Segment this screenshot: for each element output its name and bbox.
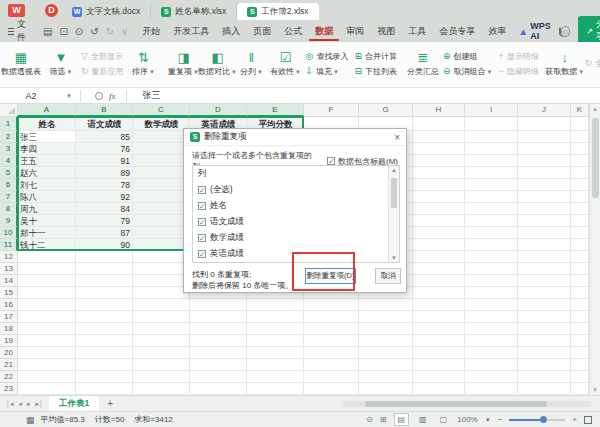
doc-tab-3-active[interactable]: S 工作簿2.xlsx <box>237 3 318 20</box>
zoom-slider[interactable] <box>509 419 565 421</box>
first-sheet-icon[interactable]: ⏐◂ <box>6 400 13 408</box>
row-header-6[interactable]: 6 <box>0 179 18 191</box>
undo-icon[interactable]: ↺ <box>90 26 98 37</box>
menu-item-6[interactable]: 数据 <box>309 22 339 41</box>
ribbon-button-sort[interactable]: ⇅排序▼ <box>127 50 161 78</box>
redo-icon[interactable]: ↻ <box>106 26 114 37</box>
row-header-14[interactable]: 14 <box>0 275 18 287</box>
row-header-16[interactable]: 16 <box>0 299 18 311</box>
cell-B11[interactable]: 90 <box>76 239 133 251</box>
formula-content[interactable]: 张三 <box>143 89 161 102</box>
row-header-13[interactable]: 13 <box>0 263 18 275</box>
cell-B4[interactable]: 91 <box>76 155 133 167</box>
row-header-22[interactable]: 22 <box>0 371 18 383</box>
doc-tab-1[interactable]: W 文字文稿.docx <box>62 3 151 20</box>
ribbon-button-get-data[interactable]: ↓获取数据▼ <box>548 50 582 78</box>
row-header-20[interactable]: 20 <box>0 347 18 359</box>
column-list-item-1[interactable]: ✓(全选) <box>193 182 399 198</box>
column-header-A[interactable]: A <box>18 104 76 117</box>
checkbox-checked-icon[interactable]: ✓ <box>198 234 206 242</box>
cell-A5[interactable]: 赵六 <box>18 167 76 179</box>
menu-item-7[interactable]: 审阅 <box>340 22 370 41</box>
eye-protect-icon[interactable]: ⊙ <box>366 415 373 424</box>
cell-A11[interactable]: 钱十二 <box>18 239 76 251</box>
menu-item-8[interactable]: 视图 <box>371 22 401 41</box>
ribbon-button-fill[interactable]: ⇩填充▼ <box>306 66 349 77</box>
chevron-down-icon[interactable]: ∨ <box>121 26 128 37</box>
ribbon-button-data-compare[interactable]: ◧数据对比▼ <box>201 50 235 78</box>
next-sheet-icon[interactable]: ▸ <box>27 400 31 408</box>
horizontal-scroll-thumb[interactable] <box>365 401 547 407</box>
print-icon[interactable]: ⊡ <box>59 26 67 37</box>
zoom-in-icon[interactable]: + <box>572 415 577 424</box>
row-header-17[interactable]: 17 <box>0 311 18 323</box>
docer-icon[interactable]: D <box>45 4 58 17</box>
file-menu[interactable]: 文件 <box>0 18 35 44</box>
layout-grid-icon[interactable]: ⊞ <box>380 415 387 424</box>
save-icon[interactable]: ▤ <box>43 26 52 37</box>
menu-item-4[interactable]: 页面 <box>247 22 277 41</box>
menu-item-5[interactable]: 公式 <box>278 22 308 41</box>
cell-A9[interactable]: 吴十 <box>18 215 76 227</box>
listbox-scroll-thumb[interactable] <box>391 178 397 208</box>
row-header-19[interactable]: 19 <box>0 335 18 347</box>
ribbon-button-refresh-all[interactable]: ↻全部刷新 <box>585 58 600 69</box>
column-list-item-2[interactable]: ✓姓名 <box>193 198 399 214</box>
header-cell-C1[interactable]: 数学成绩 <box>133 117 190 131</box>
ribbon-button-pivot-table[interactable]: ▦数据透视表 <box>4 50 38 78</box>
ribbon-button-group[interactable]: ⊕创建组 <box>443 51 493 62</box>
cell-B8[interactable]: 84 <box>76 203 133 215</box>
cell-A3[interactable]: 李四 <box>18 143 76 155</box>
normal-view-icon[interactable]: ▤ <box>394 413 410 426</box>
zoom-level[interactable]: 100% <box>457 415 477 424</box>
row-header-11[interactable]: 11 <box>0 239 18 251</box>
column-header-D[interactable]: D <box>190 104 247 117</box>
cell-A4[interactable]: 王五 <box>18 155 76 167</box>
cell-B6[interactable]: 78 <box>76 179 133 191</box>
checkbox-checked-icon[interactable]: ✓ <box>198 250 206 258</box>
horizontal-scrollbar[interactable] <box>343 401 591 407</box>
sheet-tab-active[interactable]: 工作表1 <box>49 396 99 412</box>
menu-item-10[interactable]: 会员专享 <box>433 22 481 41</box>
cell-A7[interactable]: 陈八 <box>18 191 76 203</box>
vertical-scroll-thumb[interactable] <box>592 118 599 198</box>
fit-screen-icon[interactable] <box>584 416 592 424</box>
cell-B5[interactable]: 89 <box>76 167 133 179</box>
ribbon-button-reapply-filter[interactable]: ↻重新应用 <box>81 66 124 77</box>
add-sheet-button[interactable]: + <box>107 398 113 409</box>
last-sheet-icon[interactable]: ▸⏐ <box>36 400 43 408</box>
menu-item-11[interactable]: 效率 <box>482 22 512 41</box>
zoom-slider-handle[interactable] <box>540 416 547 423</box>
search-icon[interactable] <box>559 27 561 35</box>
header-cell-A1[interactable]: 姓名 <box>18 117 76 131</box>
cell-A6[interactable]: 刘七 <box>18 179 76 191</box>
row-header-4[interactable]: 4 <box>0 155 18 167</box>
row-header-1[interactable]: 1 <box>0 117 18 131</box>
ribbon-button-subtotal[interactable]: ≣分类汇总 <box>406 50 440 78</box>
menu-item-3[interactable]: 插入 <box>216 22 246 41</box>
column-header-I[interactable]: I <box>465 104 518 117</box>
zoom-out-icon[interactable]: − <box>498 415 503 424</box>
row-header-9[interactable]: 9 <box>0 215 18 227</box>
name-box-dropdown-icon[interactable]: ▼ <box>62 93 76 99</box>
menu-item-9[interactable]: 工具 <box>402 22 432 41</box>
ribbon-button-clear-filter[interactable]: ▽全部显示 <box>81 51 124 62</box>
column-list-item-4[interactable]: ✓数学成绩 <box>193 230 399 246</box>
user-avatar-icon[interactable]: ☺ <box>561 26 570 37</box>
row-header-12[interactable]: 12 <box>0 251 18 263</box>
row-header-15[interactable]: 15 <box>0 287 18 299</box>
menu-item-1[interactable]: 开始 <box>136 22 166 41</box>
menu-item-2[interactable]: 开发工具 <box>167 22 215 41</box>
row-header-2[interactable]: 2 <box>0 131 18 143</box>
cell-A2[interactable]: 张三 <box>18 131 76 143</box>
ribbon-button-filter[interactable]: ▼筛选▼ <box>44 50 78 78</box>
remove-duplicates-button[interactable]: 删除重复项(D) <box>305 268 356 284</box>
full-screen-view-icon[interactable]: ▢ <box>437 414 451 425</box>
column-header-G[interactable]: G <box>359 104 413 117</box>
row-header-10[interactable]: 10 <box>0 227 18 239</box>
column-header-H[interactable]: H <box>413 104 465 117</box>
row-header-18[interactable]: 18 <box>0 323 18 335</box>
cell-B3[interactable]: 76 <box>76 143 133 155</box>
row-header-8[interactable]: 8 <box>0 203 18 215</box>
search-icon[interactable] <box>95 92 103 100</box>
